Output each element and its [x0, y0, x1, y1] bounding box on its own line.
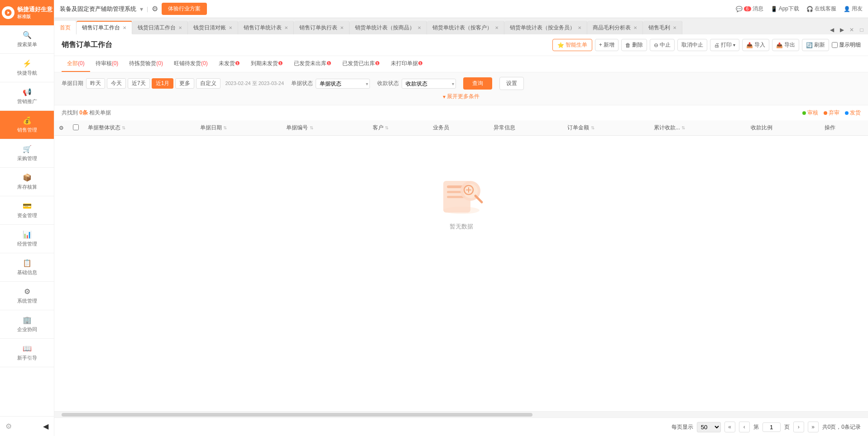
tab-sales-stats[interactable]: 销售订单统计表 ✕ [238, 21, 294, 34]
col-staff[interactable]: 业务员 [428, 120, 489, 136]
tab-close-cash-daily[interactable]: ✕ [178, 25, 182, 30]
tab-close-sales-order[interactable]: ✕ [123, 25, 126, 30]
first-page-button[interactable]: « [724, 422, 735, 432]
date-btn-7days[interactable]: 近7天 [128, 78, 150, 89]
tab-close-profit[interactable]: ✕ [673, 25, 676, 30]
page-size-select[interactable]: 50 10 20 100 [697, 422, 721, 432]
payment-select[interactable]: 收款状态 [402, 79, 456, 89]
tab-close-sales-staff[interactable]: ✕ [578, 25, 581, 30]
sidebar-item-search[interactable]: 🔍搜索菜单 [0, 25, 54, 54]
prev-page-button[interactable]: ‹ [739, 422, 750, 432]
date-btn-yesterday[interactable]: 昨天 [86, 78, 105, 89]
import-button[interactable]: 📥 导入 [742, 39, 769, 51]
col-number[interactable]: 单据编号 ⇅ [282, 120, 368, 136]
online-service-button[interactable]: 🎧 在线客服 [806, 5, 836, 13]
subtab-not-printed[interactable]: 未打印单据❶ [385, 56, 428, 72]
horizontal-scrollbar[interactable] [62, 413, 532, 417]
settings-button[interactable]: 设置 [499, 77, 524, 90]
add-button[interactable]: + 新增 [595, 39, 619, 51]
select-all-checkbox[interactable] [73, 124, 79, 130]
col-amount[interactable]: 订单金额 ⇅ [563, 120, 649, 136]
collapse-icon[interactable]: ◀ [43, 422, 48, 431]
table-wrapper[interactable]: ⚙ 单据整体状态 ⇅ 单据日期 ⇅ 单据编号 ⇅ 客户 ⇅ 业务员 异常信息 订… [54, 120, 868, 411]
settings-icon[interactable]: ⚙ [5, 422, 12, 431]
refresh-button[interactable]: 🔄 刷新 [802, 39, 829, 51]
sidebar-item-enterprise[interactable]: 🏢企业协同 [0, 310, 54, 339]
tab-sales-order[interactable]: 销售订单工作台 ✕ [77, 21, 132, 34]
topbar-settings-icon[interactable]: ⚙ [152, 5, 158, 13]
tab-close-sales-product[interactable]: ✕ [417, 25, 421, 30]
subtab-shipped-out[interactable]: 已发货已出库❶ [337, 56, 385, 72]
show-detail-checkbox[interactable] [832, 42, 838, 48]
subtab-shipped-not-out[interactable]: 已发货未出库❶ [288, 56, 337, 72]
col-customer[interactable]: 客户 ⇅ [368, 120, 428, 136]
date-btn-custom[interactable]: 自定义 [196, 78, 221, 89]
tab-close-all[interactable]: ✕ [847, 25, 856, 34]
table-count: 0条 [79, 109, 88, 116]
tab-sales-profit[interactable]: 销售毛利 ✕ [643, 21, 682, 34]
tab-sales-summary-staff[interactable]: 销货单统计表（按业务员） ✕ [504, 21, 587, 34]
tab-next-arrow[interactable]: ▶ [837, 25, 846, 34]
stop-button[interactable]: ⊖ 中止 [650, 39, 675, 51]
print-button[interactable]: 🖨 打印 ▾ [710, 39, 739, 51]
sidebar-item-purchase[interactable]: 🛒采购管理 [0, 139, 54, 168]
sidebar-item-system[interactable]: ⚙系统管理 [0, 282, 54, 310]
tab-close-sales-customer[interactable]: ✕ [495, 25, 499, 30]
user-button[interactable]: 👤 用友 [844, 5, 863, 13]
date-btn-today[interactable]: 今天 [107, 78, 126, 89]
tab-sales-summary-customer[interactable]: 销货单统计表（按客户） ✕ [427, 21, 504, 34]
sidebar-item-inventory[interactable]: 📦库存核算 [0, 168, 54, 196]
col-date[interactable]: 单据日期 ⇅ [196, 120, 282, 136]
subtab-overdue-not-shipped[interactable]: 到期未发货❶ [245, 56, 288, 72]
industry-solution-button[interactable]: 体验行业方案 [162, 3, 207, 15]
topbar-dropdown-icon[interactable]: ▾ [140, 5, 143, 13]
delete-button[interactable]: 🗑 删除 [621, 39, 647, 51]
tab-close-margin[interactable]: ✕ [633, 25, 637, 30]
subtab-pending-review[interactable]: 待审核(0) [90, 56, 124, 72]
export-button[interactable]: 📤 导出 [772, 39, 799, 51]
show-detail-checkbox-label[interactable]: 显示明细 [832, 41, 861, 49]
tab-sales-summary-product[interactable]: 销货单统计表（按商品） ✕ [350, 21, 427, 34]
message-button[interactable]: 💬 6 消息 [736, 5, 763, 13]
sidebar-item-marketing[interactable]: 📢营销推广 [0, 82, 54, 111]
tab-close-sales-stats[interactable]: ✕ [284, 25, 288, 30]
subtab-wangpu-pending[interactable]: 旺铺待发货(0) [168, 56, 213, 72]
sidebar-item-guide[interactable]: 📖新手引导 [0, 339, 54, 367]
last-page-button[interactable]: » [808, 422, 819, 432]
tab-close-sales-exec[interactable]: ✕ [340, 25, 344, 30]
sidebar-item-basic-info[interactable]: 📋基础信息 [0, 253, 54, 282]
smart-generate-button[interactable]: ⭐ 智能生单 [552, 39, 592, 51]
ship-action-button[interactable]: 发货 [850, 109, 861, 117]
subtab-pending-inspect[interactable]: 待拣货验货(0) [124, 56, 168, 72]
tab-close-cash-reconcile[interactable]: ✕ [229, 25, 232, 30]
subtab-not-shipped[interactable]: 未发货❶ [213, 56, 245, 72]
status-select[interactable]: 单据状态 [316, 79, 370, 89]
date-btn-more[interactable]: 更多 [175, 78, 194, 89]
sidebar-item-quick-nav[interactable]: ⚡快捷导航 [0, 54, 54, 82]
date-btn-1month[interactable]: 近1月 [152, 78, 174, 89]
app-download-button[interactable]: 📱 App下载 [771, 5, 799, 13]
cancel-review-action-button[interactable]: 弃审 [829, 109, 839, 117]
page-number-input[interactable] [762, 422, 781, 432]
col-settings-icon[interactable]: ⚙ [59, 125, 64, 131]
tab-cash-reconcile[interactable]: 钱货日清对账 ✕ [188, 21, 238, 34]
tab-home[interactable]: 首页 [54, 21, 77, 34]
sidebar-item-finance[interactable]: 💳资金管理 [0, 196, 54, 225]
expand-conditions-button[interactable]: ▾ 展开更多条件 [443, 93, 480, 100]
sidebar-item-sales[interactable]: 💰销售管理 [0, 111, 54, 139]
subtab-all[interactable]: 全部(0) [62, 56, 90, 72]
sidebar-item-operations[interactable]: 📊经营管理 [0, 225, 54, 253]
next-page-button[interactable]: › [793, 422, 804, 432]
review-action-button[interactable]: 审核 [807, 109, 818, 117]
tab-sales-exec[interactable]: 销售订单执行表 ✕ [294, 21, 350, 34]
tab-margin-analysis[interactable]: 商品毛利分析表 ✕ [587, 21, 643, 34]
cancel-stop-button[interactable]: 取消中止 [677, 39, 707, 51]
print-dropdown-icon[interactable]: ▾ [733, 43, 735, 47]
query-button[interactable]: 查询 [463, 77, 492, 90]
col-collected[interactable]: 累计收款... ⇅ [649, 120, 746, 136]
col-status[interactable]: 单据整体状态 ⇅ [83, 120, 196, 136]
tab-cash-daily[interactable]: 钱货日清工作台 ✕ [132, 21, 188, 34]
col-exception[interactable]: 异常信息 [489, 120, 563, 136]
tab-maximize[interactable]: □ [857, 25, 866, 34]
tab-prev-arrow[interactable]: ◀ [827, 25, 836, 34]
